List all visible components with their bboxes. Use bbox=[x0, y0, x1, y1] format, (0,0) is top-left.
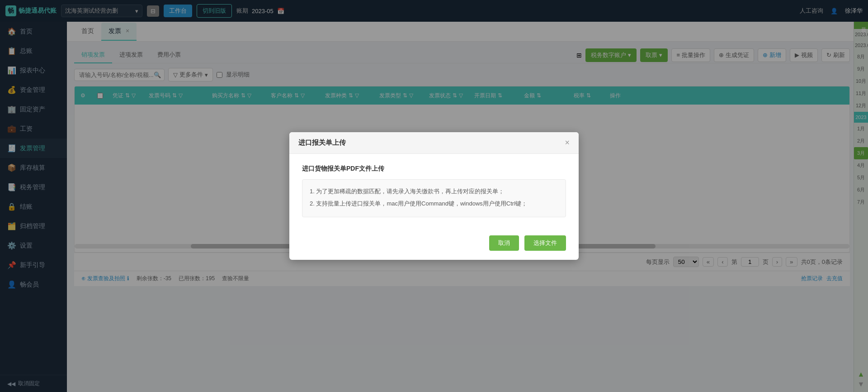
modal-cancel-button[interactable]: 取消 bbox=[489, 235, 519, 251]
modal-overlay[interactable]: 进口报关单上传 × 进口货物报关单PDF文件上传 1. 为了更加稀疏的数据匹配，… bbox=[0, 0, 868, 392]
modal-title: 进口报关单上传 bbox=[298, 139, 346, 147]
modal-select-file-button[interactable]: 选择文件 bbox=[524, 235, 566, 251]
modal-body: 进口货物报关单PDF文件上传 1. 为了更加稀疏的数据匹配，请先录入海关缴款书，… bbox=[289, 154, 579, 229]
modal-close-button[interactable]: × bbox=[565, 139, 570, 147]
instruction-2: 2. 支持批量上传进口报关单，mac用户使用Command键，windows用户… bbox=[310, 198, 558, 209]
modal-header: 进口报关单上传 × bbox=[289, 132, 579, 154]
import-customs-modal: 进口报关单上传 × 进口货物报关单PDF文件上传 1. 为了更加稀疏的数据匹配，… bbox=[289, 132, 579, 260]
modal-footer: 取消 选择文件 bbox=[289, 228, 579, 260]
instruction-1: 1. 为了更加稀疏的数据匹配，请先录入海关缴款书，再上传对应的报关单； bbox=[310, 186, 558, 196]
modal-section-title: 进口货物报关单PDF文件上传 bbox=[302, 165, 566, 173]
modal-instructions: 1. 为了更加稀疏的数据匹配，请先录入海关缴款书，再上传对应的报关单； 2. 支… bbox=[302, 179, 566, 218]
